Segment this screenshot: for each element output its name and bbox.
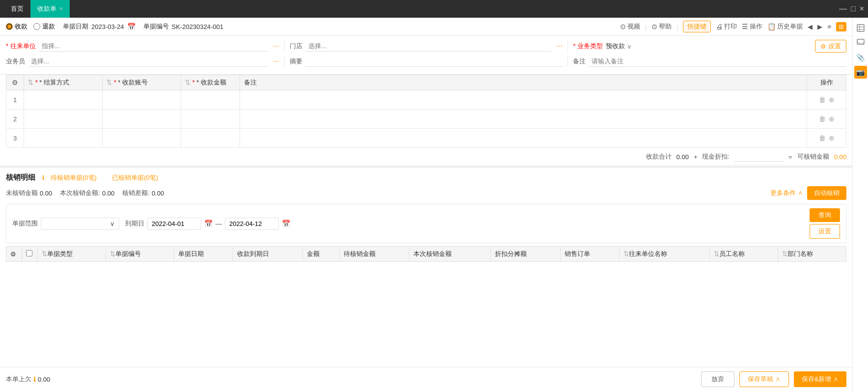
account-input-3[interactable] — [103, 129, 181, 147]
copy-icon-2[interactable]: ⊕ — [829, 115, 835, 123]
close-tab-icon[interactable]: × — [59, 5, 63, 12]
cell-settle-2[interactable] — [24, 110, 103, 129]
cell-remark-1[interactable] — [240, 90, 807, 110]
settle-input-3[interactable] — [24, 129, 102, 147]
table-gear-icon[interactable]: ⚙ — [12, 79, 18, 86]
staff-more-icon[interactable]: ··· — [272, 57, 279, 66]
radio-shoukuan[interactable]: 收款 — [6, 22, 27, 31]
auto-verify-btn[interactable]: 自动核销 — [807, 186, 846, 200]
remark-input-3[interactable] — [240, 129, 807, 147]
filter-settings-btn[interactable]: 设置 — [810, 224, 840, 239]
cell-remark-3[interactable] — [240, 129, 807, 148]
biz-type-value: 预收款 — [606, 42, 625, 51]
maximize-icon[interactable]: □ — [851, 4, 856, 13]
range-label: 单据范围 — [12, 219, 38, 228]
nav-menu-icon: ≡ — [827, 23, 831, 30]
to-date-cal-icon[interactable]: 📅 — [282, 220, 290, 227]
footer-actions: 放弃 保存草稿 ∧ 保存&新增 ∧ — [701, 371, 846, 387]
calendar-icon[interactable]: 📅 — [127, 23, 136, 30]
settings-btn[interactable]: ⚙ 设置 — [815, 40, 846, 53]
cell-amount-3[interactable] — [181, 129, 240, 148]
diff-value: 0.00 — [152, 190, 164, 197]
amount-input-1[interactable] — [181, 90, 240, 109]
query-btn[interactable]: 查询 — [810, 208, 840, 222]
verifyable-label: 可核销金额 — [797, 152, 829, 161]
nav-next[interactable]: ▶ — [817, 23, 822, 30]
remark-input-2[interactable] — [240, 110, 807, 128]
shortcut-btn[interactable]: 快捷键 — [683, 21, 711, 32]
sidebar-camera-icon[interactable]: 📷 — [854, 66, 867, 79]
to-date-input[interactable] — [225, 218, 279, 230]
delete-icon-3[interactable]: 🗑 — [819, 134, 826, 142]
copy-icon-3[interactable]: ⊕ — [829, 134, 835, 142]
history-btn[interactable]: 📋 历史单据 — [767, 22, 803, 31]
sidebar-paperclip-icon[interactable]: 📎 — [854, 51, 867, 64]
summary-input[interactable] — [305, 56, 563, 67]
cell-settle-1[interactable] — [24, 90, 103, 110]
bth-gear: ⚙ — [6, 247, 22, 262]
completed-tab[interactable]: 已核销单据(0笔) — [112, 173, 158, 182]
counterpart-more-icon[interactable]: ··· — [272, 42, 279, 51]
save-new-btn[interactable]: 保存&新增 ∧ — [794, 371, 846, 387]
account-input-1[interactable] — [103, 90, 181, 109]
help-btn[interactable]: ⊙ 帮助 — [651, 22, 672, 31]
amount-input-2[interactable] — [181, 110, 240, 128]
account-input-2[interactable] — [103, 110, 181, 128]
cell-amount-2[interactable] — [181, 110, 240, 129]
delete-icon-2[interactable]: 🗑 — [819, 115, 826, 123]
remark-input[interactable] — [589, 56, 846, 67]
verify-info-row: 未核销金额 0.00 本次核销金额: 0.00 核销差额: 0.00 更多条件 … — [6, 186, 846, 204]
settle-input-2[interactable] — [24, 110, 102, 128]
minimize-icon[interactable]: — — [839, 4, 847, 13]
bottom-gear-icon[interactable]: ⚙ — [10, 251, 16, 258]
video-btn[interactable]: ⊙ 视频 — [620, 22, 640, 31]
inbox-icon — [857, 39, 865, 47]
from-date-input[interactable] — [147, 218, 201, 230]
nav-active-tab[interactable]: 收款单 × — [30, 0, 70, 18]
window-close-icon[interactable]: × — [860, 4, 864, 13]
current-label: 本次核销金额: — [60, 189, 100, 197]
sidebar-table-icon[interactable] — [854, 22, 867, 34]
delete-icon-1[interactable]: 🗑 — [819, 96, 826, 104]
cell-remark-2[interactable] — [240, 110, 807, 129]
settle-input-1[interactable] — [24, 90, 102, 109]
print-btn[interactable]: 🖨 打印 — [716, 22, 737, 31]
cell-account-2[interactable] — [103, 110, 181, 129]
pending-tab[interactable]: 待核销单据(0笔) — [51, 173, 97, 182]
more-conditions-btn[interactable]: 更多条件 ∧ — [770, 189, 803, 197]
select-all-checkbox[interactable] — [26, 250, 32, 256]
discount-label: 现金折扣: — [702, 152, 730, 161]
help-label: 帮助 — [659, 22, 672, 31]
sidebar-inbox-icon[interactable] — [854, 36, 867, 49]
nav-grid[interactable]: ⊞ — [836, 22, 846, 31]
bth-staff: ⇅员工名称 — [709, 247, 778, 262]
due-date-label: 到期日 — [125, 219, 144, 228]
counterpart-input[interactable] — [39, 41, 268, 52]
th-remark: 备注 — [240, 75, 807, 90]
nav-home[interactable]: 首页 — [4, 0, 30, 18]
from-date-cal-icon[interactable]: 📅 — [204, 220, 213, 227]
abandon-btn[interactable]: 放弃 — [701, 371, 734, 387]
save-draft-btn[interactable]: 保存草稿 ∧ — [739, 371, 789, 387]
cell-account-1[interactable] — [103, 90, 181, 110]
amount-input-3[interactable] — [181, 129, 240, 147]
range-select[interactable]: ∨ — [41, 218, 119, 230]
discount-input[interactable] — [734, 152, 784, 162]
biz-type-select[interactable]: 预收款 ∨ — [606, 42, 632, 51]
shop-more-icon[interactable]: ··· — [556, 42, 563, 51]
shop-label: 门店 — [290, 42, 302, 51]
cell-settle-3[interactable] — [24, 129, 103, 148]
cell-amount-1[interactable] — [181, 90, 240, 110]
bth-discount: 折扣分摊额 — [490, 247, 560, 262]
shop-input[interactable] — [305, 41, 551, 52]
range-field: 单据范围 ∨ — [12, 218, 119, 230]
radio-tuikuan[interactable]: 退款 — [33, 22, 55, 31]
cell-account-3[interactable] — [103, 129, 181, 148]
nav-prev[interactable]: ◀ — [808, 23, 813, 30]
copy-icon-1[interactable]: ⊕ — [829, 96, 835, 104]
top-nav: 首页 收款单 × — □ × — [0, 0, 868, 18]
staff-input[interactable] — [28, 56, 268, 67]
remark-input-1[interactable] — [240, 90, 807, 109]
nav-menu[interactable]: ≡ — [827, 23, 831, 30]
operate-btn[interactable]: ☰ 操作 — [742, 22, 762, 31]
